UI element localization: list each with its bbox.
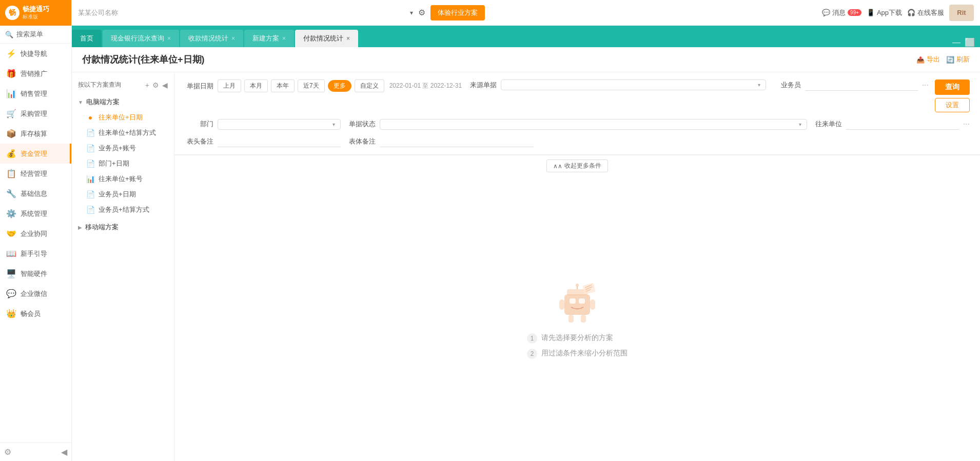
unit-date-icon: ●: [86, 113, 94, 122]
tab-bar: 首页 现金银行流水查询 × 收款情况统计 × 新建方案 × 付款情况统计 × —…: [72, 26, 980, 47]
sidebar-item-label: 基础信息: [21, 189, 47, 198]
user-avatar[interactable]: Rit: [949, 5, 974, 21]
left-panel-header-actions: + ⚙ ◀: [145, 81, 168, 89]
unit-settle-icon: 📄: [86, 129, 94, 137]
date-btn-this-month[interactable]: 本月: [244, 79, 268, 92]
tab-home[interactable]: 首页: [72, 30, 102, 47]
sidebar-item-enterprise[interactable]: 🤝 企业协同: [0, 224, 71, 244]
vip-icon: 👑: [6, 309, 16, 318]
settings-button[interactable]: 设置: [935, 98, 970, 112]
source-select-arrow: ▾: [758, 82, 760, 88]
svg-rect-2: [579, 298, 585, 304]
date-btn-last-7days[interactable]: 近7天: [298, 79, 325, 92]
refresh-label: 刷新: [956, 55, 970, 64]
mobile-group-title[interactable]: ▶ 移动端方案: [72, 219, 174, 235]
desktop-group-arrow: ▼: [78, 99, 83, 105]
topbar-message-btn[interactable]: 💬 消息 99+: [822, 8, 861, 17]
staff-account-icon: 📄: [86, 144, 94, 152]
tab-maximize-icon[interactable]: ⬜: [965, 37, 975, 47]
sidebar-item-guide[interactable]: 📖 新手引导: [0, 244, 71, 264]
search-menu[interactable]: 🔍 搜索菜单: [0, 26, 71, 44]
sidebar: 畅 畅捷通巧 标准版 🔍 搜索菜单 ⚡ 快捷导航 🎁 营销推广 📊 销售管理 🛒…: [0, 0, 72, 461]
source-select[interactable]: ▾: [501, 79, 766, 90]
dept-label: 部门: [185, 119, 213, 129]
query-button[interactable]: 查询: [935, 79, 970, 95]
scheme-item-unit-account[interactable]: 📊 往来单位+账号: [72, 171, 174, 187]
sidebar-item-weixin[interactable]: 💬 企业微信: [0, 284, 71, 304]
sidebar-item-purchase[interactable]: 🛒 采购管理: [0, 104, 71, 124]
weixin-icon: 💬: [6, 289, 16, 298]
tab-bank[interactable]: 现金银行流水查询 ×: [103, 30, 179, 47]
tab-new-scheme-close-icon[interactable]: ×: [282, 35, 286, 42]
footer-collapse-icon[interactable]: ◀: [61, 447, 67, 457]
avatar-text: Rit: [957, 9, 966, 16]
tab-receipts[interactable]: 收款情况统计 ×: [180, 30, 243, 47]
counterparty-dots[interactable]: ···: [963, 119, 970, 129]
footer-settings-icon[interactable]: ⚙: [4, 447, 11, 457]
export-button[interactable]: 📤 导出: [916, 55, 940, 64]
tab-minimize-icon[interactable]: —: [952, 38, 961, 47]
staff-dots[interactable]: ···: [922, 81, 929, 90]
bill-status-select-arrow: ▾: [799, 122, 801, 127]
date-btn-this-year[interactable]: 本年: [271, 79, 295, 92]
dept-select[interactable]: ▾: [218, 119, 341, 130]
sidebar-item-inventory[interactable]: 📦 库存核算: [0, 124, 71, 144]
sidebar-item-marketing[interactable]: 🎁 营销推广: [0, 64, 71, 84]
scheme-item-label: 往来单位+结算方式: [99, 128, 156, 137]
empty-illustration: [552, 279, 603, 325]
bill-status-select[interactable]: ▾: [380, 119, 807, 130]
scheme-item-dept-date[interactable]: 📄 部门+日期: [72, 156, 174, 171]
scheme-item-staff-account[interactable]: 📄 业务员+账号: [72, 141, 174, 156]
sidebar-item-label: 营销推广: [21, 69, 47, 78]
sidebar-item-vip[interactable]: 👑 畅会员: [0, 304, 71, 324]
sidebar-item-hardware[interactable]: 🖥️ 智能硬件: [0, 264, 71, 284]
topbar-gear-icon[interactable]: ⚙: [418, 8, 425, 17]
topbar-app-download-btn[interactable]: 📱 App下载: [867, 8, 902, 17]
desktop-group-title[interactable]: ▼ 电脑端方案: [72, 94, 174, 110]
scheme-item-unit-settle[interactable]: 📄 往来单位+结算方式: [72, 125, 174, 141]
logo-text: 畅捷通巧 标准版: [23, 5, 49, 21]
sidebar-item-basic[interactable]: 🔧 基础信息: [0, 184, 71, 204]
quick-nav-icon: ⚡: [6, 49, 16, 58]
search-icon: 🔍: [5, 31, 13, 38]
sidebar-item-label: 智能硬件: [21, 269, 47, 278]
left-panel-collapse-icon[interactable]: ◀: [162, 81, 168, 89]
date-btn-custom[interactable]: 自定义: [355, 79, 384, 92]
basic-icon: 🔧: [6, 189, 16, 198]
collapse-button[interactable]: ∧∧ 收起更多条件: [546, 159, 608, 172]
sidebar-item-label: 库存核算: [21, 129, 47, 138]
sidebar-item-label: 新手引导: [21, 249, 47, 258]
date-btn-last-month[interactable]: 上月: [218, 79, 241, 92]
sidebar-item-label: 经营管理: [21, 169, 47, 178]
sidebar-item-system[interactable]: ⚙️ 系统管理: [0, 204, 71, 224]
tab-new-scheme[interactable]: 新建方案 ×: [244, 30, 294, 47]
desktop-scheme-group: ▼ 电脑端方案 ● 往来单位+日期 📄 往来单位+结算方式 📄 业务员+账号: [72, 94, 174, 217]
topbar-dropdown-icon[interactable]: ▾: [410, 9, 413, 16]
sidebar-item-label: 采购管理: [21, 109, 47, 118]
scheme-item-unit-date[interactable]: ● 往来单位+日期: [72, 110, 174, 125]
collapse-up-icon: ∧∧: [553, 163, 562, 170]
sidebar-item-sales[interactable]: 📊 销售管理: [0, 84, 71, 104]
date-btn-more[interactable]: 更多: [328, 80, 351, 92]
sidebar-item-finance[interactable]: 💰 资金管理: [0, 144, 71, 164]
refresh-button[interactable]: 🔄 刷新: [946, 55, 970, 64]
tab-payment-stats-close-icon[interactable]: ×: [346, 35, 350, 42]
app-download-label: App下载: [877, 8, 902, 17]
scheme-item-staff-settle[interactable]: 📄 业务员+结算方式: [72, 202, 174, 217]
empty-area: 1 请先选择要分析的方案 2 用过滤条件来缩小分析范围: [174, 176, 980, 461]
try-industry-button[interactable]: 体验行业方案: [430, 5, 485, 21]
body-area: 按以下方案查询 + ⚙ ◀ ▼ 电脑端方案 ● 往来单位+日期: [72, 72, 980, 461]
tab-payment-stats[interactable]: 付款情况统计 ×: [295, 30, 358, 47]
sidebar-item-operation[interactable]: 📋 经营管理: [0, 164, 71, 184]
inventory-icon: 📦: [6, 129, 16, 138]
topbar-online-service-btn[interactable]: 🎧 在线客服: [907, 8, 944, 17]
scheme-gear-icon[interactable]: ⚙: [152, 81, 159, 89]
tab-bank-close-icon[interactable]: ×: [167, 35, 171, 42]
scheme-item-staff-date[interactable]: 📄 业务员+日期: [72, 187, 174, 202]
add-scheme-icon[interactable]: +: [145, 81, 149, 89]
enterprise-icon: 🤝: [6, 229, 16, 238]
tab-receipts-close-icon[interactable]: ×: [231, 35, 235, 42]
sidebar-item-label: 销售管理: [21, 89, 47, 98]
content-area: 付款情况统计(往来单位+日期) 📤 导出 🔄 刷新 按以下方案查询 +: [72, 47, 980, 461]
sidebar-item-quick-nav[interactable]: ⚡ 快捷导航: [0, 44, 71, 64]
